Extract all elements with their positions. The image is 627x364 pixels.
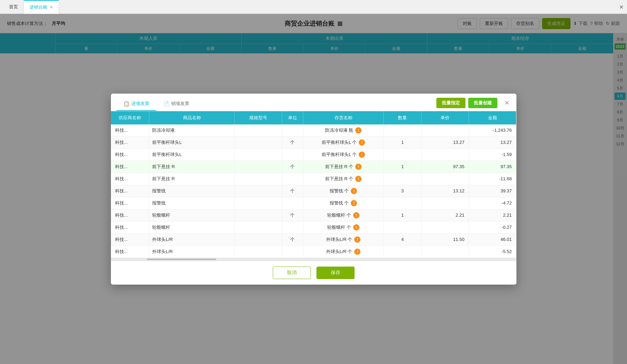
cell-qty [384, 245, 421, 258]
col-header-qty: 数量 [384, 111, 421, 124]
cell-unit [282, 221, 303, 233]
tab-home[interactable]: 首页 [3, 0, 24, 14]
warn-icon: ! [351, 200, 357, 206]
save-button[interactable]: 保存 [316, 267, 355, 279]
table-row[interactable]: 科技... 报警线 个 报警线 个 ! 3 13.12 39.37 [111, 185, 516, 197]
window-close-button[interactable]: ✕ [619, 3, 624, 10]
modal-header: 📋 进项发票 📄 销项发票 批量指定 批量创建 ✕ [111, 94, 516, 111]
warn-icon: ! [353, 224, 359, 231]
warn-icon: ! [351, 188, 357, 194]
cell-supplier: 科技... [111, 245, 149, 258]
cell-amount: -11.68 [469, 173, 516, 185]
warn-icon: ! [355, 176, 362, 182]
cell-inventory: 前下悬挂 R 个 ! [303, 173, 384, 185]
cell-unit [282, 148, 303, 161]
cell-inventory: 外球头L/R 个 ! [303, 233, 384, 245]
cell-spec [235, 245, 282, 258]
cell-spec [235, 161, 282, 173]
cell-supplier: 科技... [111, 161, 149, 173]
cell-amount: -5.52 [469, 245, 516, 258]
warn-icon: ! [355, 127, 362, 133]
tab-ledger-close[interactable]: ✕ [50, 5, 53, 10]
tab-home-label: 首页 [9, 4, 18, 10]
cell-price: 2.21 [421, 209, 469, 221]
cell-qty [384, 197, 421, 209]
cell-unit: 个 [282, 161, 303, 173]
batch-create-button[interactable]: 批量创建 [468, 98, 497, 108]
cell-spec [235, 209, 282, 221]
table-row[interactable]: 科技... 前平衡杆球头L 前平衡杆球头L 个 ! -1.59 [111, 148, 516, 161]
cell-product: 前平衡杆球头L [149, 136, 235, 148]
cell-amount: -0.27 [469, 221, 516, 233]
outgoing-tab-icon: 📄 [163, 101, 169, 106]
cell-unit [282, 197, 303, 209]
cell-supplier: 科技... [111, 148, 149, 161]
cell-product: 前下悬挂 R [149, 173, 235, 185]
modal-tabs: 📋 进项发票 📄 销项发票 [116, 98, 196, 111]
cell-supplier: 科技... [111, 185, 149, 197]
cell-qty [384, 148, 421, 161]
col-header-supplier: 供应商名称 [111, 111, 149, 124]
warn-icon: ! [354, 236, 360, 243]
tab-bar: 首页 进销台账 ✕ ✕ [0, 0, 627, 14]
cancel-button[interactable]: 取消 [273, 267, 311, 279]
cell-price [421, 148, 469, 161]
table-row[interactable]: 科技... 前下悬挂 R 个 前下悬挂 R 个 ! 1 97.35 97.35 [111, 161, 516, 173]
cell-unit: 个 [282, 209, 303, 221]
cell-spec [235, 124, 282, 137]
cell-amount: 46.01 [469, 233, 516, 245]
main-area: 销售成本计算方法： 月平均 商贸企业进销台账 ▦ 对账 重新开账 存货别名 生成… [0, 14, 627, 364]
warn-icon: ! [359, 151, 365, 158]
cell-qty [384, 124, 421, 137]
tab-ledger[interactable]: 进销台账 ✕ [24, 0, 59, 14]
cell-amount: 13.27 [469, 136, 516, 148]
cell-qty: 1 [384, 136, 421, 148]
modal-close-button[interactable]: ✕ [503, 98, 511, 108]
cell-qty: 1 [384, 161, 421, 173]
cell-qty: 4 [384, 233, 421, 245]
cell-supplier: 科技... [111, 136, 149, 148]
modal-scroll-thumb [147, 259, 216, 260]
warn-icon: ! [354, 249, 360, 255]
table-row[interactable]: 科技... 防冻冷却液 防冻冷却液 瓶 ! -1,243.76 [111, 124, 516, 137]
cell-spec [235, 185, 282, 197]
cell-product: 轮毂螺杆 [149, 209, 235, 221]
modal-footer: 取消 保存 [111, 261, 516, 285]
cell-inventory: 外球头L/R 个 ! [303, 245, 384, 258]
modal-overlay: 📋 进项发票 📄 销项发票 批量指定 批量创建 ✕ [0, 14, 627, 364]
cell-price: 13.27 [421, 136, 469, 148]
cell-product: 外球头L/R [149, 233, 235, 245]
tab-outgoing[interactable]: 📄 销项发票 [156, 98, 196, 111]
table-row[interactable]: 科技... 前平衡杆球头L 个 前平衡杆球头L 个 ! 1 13.27 13.2… [111, 136, 516, 148]
tab-ledger-label: 进销台账 [29, 4, 47, 10]
modal-table-wrap[interactable]: 供应商名称 商品名称 规格型号 单位 存货名称 数量 单价 金额 科技... 防… [111, 111, 516, 258]
tab-incoming[interactable]: 📋 进项发票 [116, 98, 156, 111]
batch-assign-button[interactable]: 批量指定 [436, 98, 465, 108]
cell-amount: 2.21 [469, 209, 516, 221]
warn-icon: ! [359, 139, 365, 146]
table-row[interactable]: 科技... 轮毂螺杆 轮毂螺杆 个 ! -0.27 [111, 221, 516, 233]
modal-scrollbar[interactable] [111, 258, 516, 261]
cell-product: 外球头L/R [149, 245, 235, 258]
cell-supplier: 科技... [111, 221, 149, 233]
cell-unit [282, 173, 303, 185]
cell-product: 前平衡杆球头L [149, 148, 235, 161]
cell-spec [235, 221, 282, 233]
cell-amount: -1,243.76 [469, 124, 516, 137]
cell-qty [384, 173, 421, 185]
table-row[interactable]: 科技... 外球头L/R 外球头L/R 个 ! -5.52 [111, 245, 516, 258]
cell-inventory: 报警线 个 ! [303, 185, 384, 197]
table-row[interactable]: 科技... 报警线 报警线 个 ! -4.72 [111, 197, 516, 209]
cell-amount: 97.35 [469, 161, 516, 173]
table-row[interactable]: 科技... 轮毂螺杆 个 轮毂螺杆 个 ! 1 2.21 2.21 [111, 209, 516, 221]
incoming-tab-icon: 📋 [123, 101, 129, 106]
cell-supplier: 科技... [111, 124, 149, 137]
col-header-spec: 规格型号 [235, 111, 282, 124]
table-row[interactable]: 科技... 外球头L/R 个 外球头L/R 个 ! 4 11.50 46.01 [111, 233, 516, 245]
cell-product: 前下悬挂 R [149, 161, 235, 173]
table-row[interactable]: 科技... 前下悬挂 R 前下悬挂 R 个 ! -11.68 [111, 173, 516, 185]
cell-supplier: 科技... [111, 197, 149, 209]
cell-qty [384, 221, 421, 233]
cell-spec [235, 136, 282, 148]
cell-price [421, 173, 469, 185]
